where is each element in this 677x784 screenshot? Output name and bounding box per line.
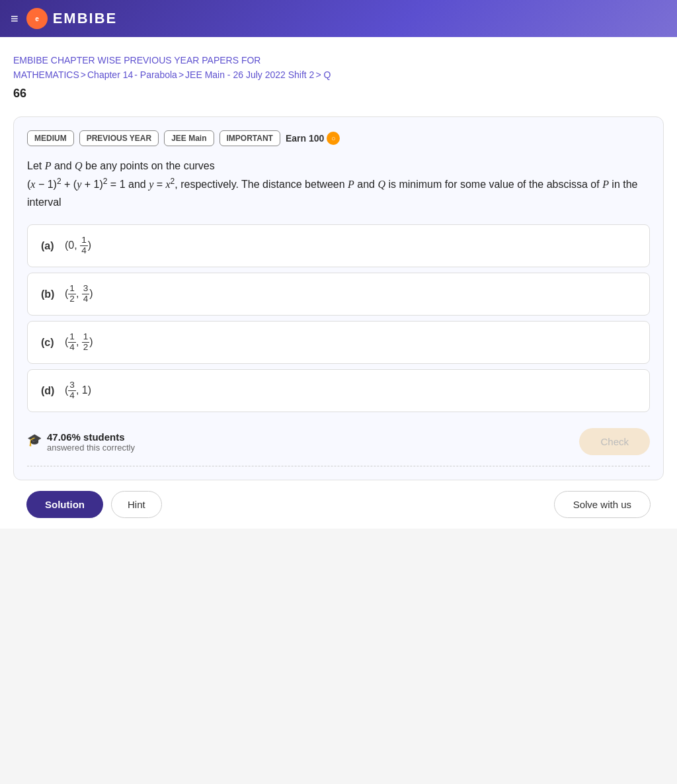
earn-tag: Earn 100 ○ bbox=[286, 132, 340, 145]
solution-button[interactable]: Solution bbox=[26, 491, 103, 518]
option-d-value: (34, 1) bbox=[65, 380, 91, 401]
option-d[interactable]: (d) (34, 1) bbox=[27, 369, 650, 412]
breadcrumb-line2: MATHEMATICS > Chapter 14 - Parabola > JE… bbox=[13, 67, 664, 82]
bottom-divider bbox=[27, 466, 650, 466]
question-card: MEDIUM PREVIOUS YEAR JEE Main IMPORTANT … bbox=[13, 116, 664, 481]
menu-icon[interactable]: ≡ bbox=[11, 11, 19, 26]
breadcrumb-chapter-name[interactable]: - Parabola bbox=[134, 67, 177, 82]
earn-label: Earn 100 bbox=[286, 133, 324, 144]
earn-icon: ○ bbox=[327, 132, 340, 145]
breadcrumb: EMBIBE CHAPTER WISE PREVIOUS YEAR PAPERS… bbox=[13, 53, 664, 103]
tag-type: PREVIOUS YEAR bbox=[79, 130, 159, 146]
solve-with-us-button[interactable]: Solve with us bbox=[554, 491, 651, 518]
stats-left: 🎓 47.06% students answered this correctl… bbox=[27, 431, 135, 453]
main-content: EMBIBE CHAPTER WISE PREVIOUS YEAR PAPERS… bbox=[0, 37, 677, 529]
stats-text-block: 47.06% students answered this correctly bbox=[47, 431, 135, 453]
tag-exam: JEE Main bbox=[164, 130, 214, 146]
options-list: (a) (0, 14) (b) (12, 34) (c) (14, 12) (d… bbox=[27, 224, 650, 417]
stats-sub: answered this correctly bbox=[47, 443, 135, 453]
option-c-value: (14, 12) bbox=[65, 332, 93, 353]
logo: e EMBIBE bbox=[26, 8, 118, 29]
tag-difficulty: MEDIUM bbox=[27, 130, 74, 146]
option-a-label: (a) bbox=[41, 240, 57, 252]
tags-row: MEDIUM PREVIOUS YEAR JEE Main IMPORTANT … bbox=[27, 130, 650, 146]
breadcrumb-exam[interactable]: JEE Main - 26 July 2022 Shift 2 bbox=[185, 67, 314, 82]
svg-text:e: e bbox=[35, 15, 39, 22]
breadcrumb-sep1: > bbox=[81, 67, 86, 82]
breadcrumb-q-indicator: > Q bbox=[315, 67, 331, 82]
breadcrumb-subject[interactable]: MATHEMATICS bbox=[13, 67, 79, 82]
breadcrumb-sep2: > bbox=[179, 67, 184, 82]
question-text: Let P and Q be any points on the curves … bbox=[27, 157, 650, 212]
stats-percent: 47.06% students bbox=[47, 431, 135, 443]
option-a-value: (0, 14) bbox=[65, 236, 91, 256]
tag-importance: IMPORTANT bbox=[219, 130, 280, 146]
check-button[interactable]: Check bbox=[579, 428, 650, 455]
logo-circle: e bbox=[26, 8, 48, 29]
option-c-label: (c) bbox=[41, 337, 57, 349]
option-d-label: (d) bbox=[41, 385, 57, 397]
option-c[interactable]: (c) (14, 12) bbox=[27, 321, 650, 364]
stats-row: 🎓 47.06% students answered this correctl… bbox=[27, 417, 650, 460]
option-b-label: (b) bbox=[41, 288, 57, 300]
option-b-value: (12, 34) bbox=[65, 284, 93, 304]
footer-bar: Solution Hint Solve with us bbox=[13, 480, 664, 529]
students-icon: 🎓 bbox=[27, 433, 42, 447]
question-number: 66 bbox=[13, 84, 664, 103]
logo-text: EMBIBE bbox=[53, 10, 118, 27]
hint-button[interactable]: Hint bbox=[111, 491, 162, 518]
option-b[interactable]: (b) (12, 34) bbox=[27, 273, 650, 316]
breadcrumb-line1: EMBIBE CHAPTER WISE PREVIOUS YEAR PAPERS… bbox=[13, 53, 664, 67]
option-a[interactable]: (a) (0, 14) bbox=[27, 224, 650, 267]
breadcrumb-chapter[interactable]: Chapter 14 bbox=[87, 67, 133, 82]
app-header: ≡ e EMBIBE bbox=[0, 0, 677, 37]
